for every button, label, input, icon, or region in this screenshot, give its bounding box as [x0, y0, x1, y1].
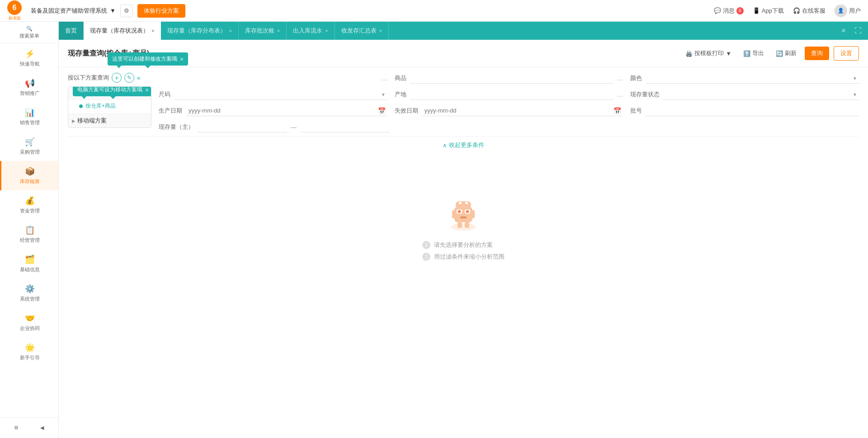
page-actions: 🖨️ 按模板打印 ▼ ⬆️ 导出 🔄 刷新 查询 — [682, 46, 859, 61]
sidebar-item-label: 经营管理 — [20, 237, 40, 244]
mobile-scheme-label: 移动端方案 — [77, 117, 107, 125]
edit-scheme-button[interactable]: ✎ — [124, 73, 134, 83]
batch-no-input[interactable] — [646, 105, 859, 116]
origin-dots[interactable]: ... — [617, 90, 623, 99]
pc-tooltip: 电脑方案可设为移动方案哦 × — [73, 86, 151, 96]
sidebar-item-enterprise[interactable]: 🤝 企业协同 — [0, 308, 58, 337]
goods-input-wrapper — [410, 73, 613, 84]
produce-date-input[interactable] — [186, 105, 387, 116]
tab-close-icon[interactable]: × — [277, 28, 280, 33]
svg-rect-1 — [454, 207, 472, 222]
size-label: 尺码 — [159, 90, 170, 99]
export-button[interactable]: ⬆️ 导出 — [740, 47, 768, 59]
search-menu-label: 搜索菜单 — [19, 33, 39, 39]
edit-icon: ✎ — [127, 75, 132, 81]
sidebar-item-system[interactable]: ⚙️ 系统管理 — [0, 278, 58, 308]
color-select-wrapper: ▼ — [646, 73, 859, 84]
message-label: 消息 — [723, 7, 735, 15]
tab-batch-accounts[interactable]: 库存批次账 × — [239, 22, 287, 40]
tab-close-icon[interactable]: × — [325, 28, 328, 33]
refresh-button[interactable]: 🔄 刷新 — [772, 47, 800, 59]
sidebar-item-marketing[interactable]: 📢 营销推广 — [0, 73, 58, 102]
calendar-icon[interactable]: 📅 — [613, 107, 621, 114]
stock-status-select[interactable] — [663, 89, 859, 100]
tab-in-out-flow[interactable]: 出入库流水 × — [287, 22, 335, 40]
size-select[interactable] — [174, 89, 387, 100]
stock-qty-from-input[interactable] — [198, 122, 287, 132]
color-select[interactable] — [646, 73, 859, 84]
sidebar-item-basic[interactable]: 🗂️ 基础信息 — [0, 249, 58, 278]
tab-close-icon[interactable]: × — [379, 28, 382, 33]
empty-tips: 1 请先选择要分析的方案 2 用过滤条件来缩小分析范围 — [422, 241, 505, 261]
chevron-down-icon: ▼ — [110, 7, 116, 14]
sidebar-item-finance[interactable]: 💰 资金管理 — [0, 190, 58, 220]
search-menu-button[interactable]: 🔍 搜索菜单 — [17, 23, 42, 42]
pc-sub-item[interactable]: 按仓库+商品 — [79, 100, 147, 112]
sidebar-item-inventory[interactable]: 📦 库存核算 — [0, 161, 58, 190]
produce-date-label: 生产日期 — [159, 107, 182, 115]
svg-rect-8 — [472, 210, 475, 218]
back-button[interactable]: « — [137, 74, 141, 81]
size-select-wrapper: ▼ — [174, 89, 387, 100]
settings-button[interactable]: ⚙ — [120, 5, 133, 17]
export-icon: ⬆️ — [743, 50, 750, 57]
filter-col1: ... — [159, 74, 387, 82]
settings-config-button[interactable]: 设置 — [834, 46, 859, 61]
sidebar-item-guide[interactable]: 🌟 新手引导 — [0, 337, 58, 367]
goods-dots[interactable]: ... — [617, 74, 623, 82]
sidebar-collapse-button[interactable]: ◀ — [29, 421, 55, 434]
tab-inventory-status[interactable]: 现存量（库存状况表） × — [84, 22, 161, 40]
expire-date-label: 失效日期 — [395, 107, 418, 115]
tab-fullscreen-button[interactable]: ⛶ — [852, 24, 864, 37]
expire-date-input[interactable] — [422, 105, 623, 116]
message-button[interactable]: 💬 消息 6 — [714, 7, 744, 15]
trial-button[interactable]: 体验行业方案 — [137, 4, 185, 18]
svg-rect-11 — [456, 201, 471, 208]
origin-label: 产地 — [395, 90, 406, 99]
pc-tooltip-close[interactable]: × — [145, 86, 149, 94]
filter-row-2: 尺码 ▼ 产地 — [159, 89, 859, 100]
svg-point-4 — [458, 210, 461, 213]
tooltip-close-button[interactable]: × — [180, 56, 184, 63]
sidebar-item-purchase[interactable]: 🛒 采购管理 — [0, 132, 58, 161]
origin-input[interactable] — [410, 89, 613, 100]
filter-dots-1[interactable]: ... — [381, 74, 387, 82]
sidebar-settings-button[interactable]: ⚙ — [4, 421, 29, 434]
tab-receive-summary[interactable]: 收发存汇总表 × — [335, 22, 389, 40]
sidebar-item-label: 新手引导 — [20, 354, 40, 361]
scheme-label-row: 按以下方案查询 + 这里可以创建和修改方案哦 × — [68, 73, 151, 83]
add-scheme-button[interactable]: + 这里可以创建和修改方案哦 × — [112, 73, 122, 83]
svg-point-12 — [459, 202, 462, 204]
tab-home[interactable]: 首页 — [59, 22, 84, 40]
produce-date-input-wrapper: 📅 — [186, 105, 387, 116]
goods-label: 商品 — [395, 74, 406, 82]
tab-close-all-button[interactable]: × — [837, 24, 850, 37]
system-selector[interactable]: 装备及固定资产辅助管理系统 ▼ — [31, 7, 116, 15]
scheme-tree: ▼ 电脑端方案 按仓库+商品 — [68, 86, 151, 128]
tab-close-icon[interactable]: × — [229, 28, 231, 33]
svg-rect-10 — [465, 222, 469, 228]
inventory-icon: 📦 — [25, 166, 35, 176]
empty-state: 1 请先选择要分析的方案 2 用过滤条件来缩小分析范围 — [59, 159, 868, 295]
calendar-icon[interactable]: 📅 — [378, 107, 386, 114]
color-label: 颜色 — [630, 74, 642, 82]
tab-inventory-dist[interactable]: 现存量（库存分布表） × — [161, 22, 238, 40]
sidebar-item-operations[interactable]: 📋 经营管理 — [0, 220, 58, 249]
sidebar-item-quick-nav[interactable]: ⚡ 快速导航 — [0, 43, 58, 73]
tab-home-label: 首页 — [65, 27, 77, 35]
sidebar-item-sales[interactable]: 📊 销售管理 — [0, 102, 58, 132]
collapse-bar[interactable]: ∧ 收起更多条件 — [68, 136, 859, 154]
online-support-button[interactable]: 🎧 在线客服 — [793, 7, 826, 15]
app-download-button[interactable]: 📱 App下载 — [753, 7, 784, 15]
tab-in-out-flow-label: 出入库流水 — [293, 27, 322, 35]
print-template-button[interactable]: 🖨️ 按模板打印 ▼ — [682, 47, 735, 59]
tip1-num: 1 — [422, 241, 430, 249]
stock-qty-to-input[interactable] — [300, 122, 390, 132]
phone-icon: 📱 — [753, 7, 760, 14]
goods-input[interactable] — [410, 73, 613, 84]
user-menu[interactable]: 👤 用户 — [835, 5, 861, 17]
mobile-scheme-item[interactable]: ▶ 移动端方案 — [68, 113, 151, 127]
pc-sub-label: 按仓库+商品 — [85, 102, 116, 110]
query-button[interactable]: 查询 — [805, 47, 829, 60]
tab-close-icon[interactable]: × — [151, 28, 154, 33]
